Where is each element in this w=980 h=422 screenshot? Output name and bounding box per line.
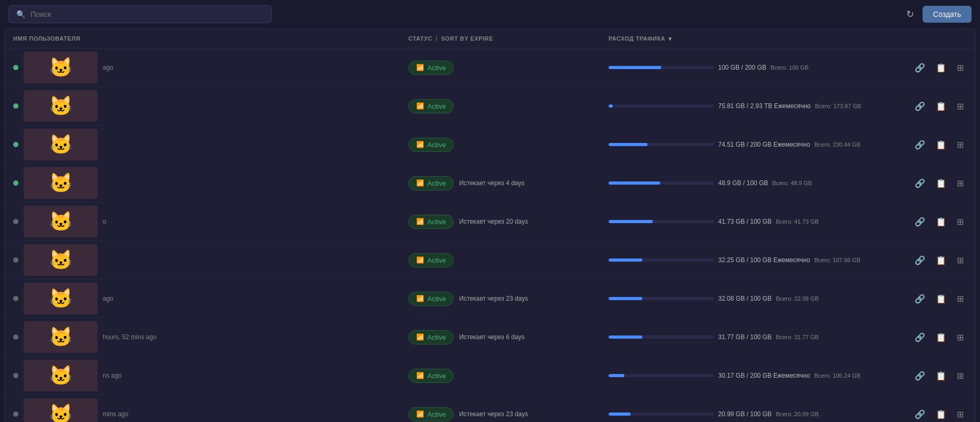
traffic-bar-fill — [609, 66, 661, 69]
link-button[interactable]: 🔗 — [912, 138, 928, 152]
table-body: 🐱 ago 📶 Active 100 GB / 200 GB Всего: 10… — [5, 49, 975, 422]
status-cell: 📶 Active Истекает через 4 days — [408, 176, 609, 190]
user-cell: 🐱 ns ago — [13, 360, 408, 391]
status-text: Active — [427, 333, 446, 341]
create-button[interactable]: Создать — [923, 6, 972, 23]
status-dot — [13, 180, 18, 186]
user-time: о — [103, 218, 106, 225]
status-cell: 📶 Active — [408, 369, 609, 383]
traffic-bar-bg — [609, 297, 714, 300]
actions-cell: 🔗 📋 ⊞ — [912, 330, 967, 344]
avatar-image: 🐱 — [49, 135, 73, 154]
qr-button[interactable]: ⊞ — [954, 407, 967, 421]
wifi-icon: 📶 — [416, 64, 424, 71]
qr-button[interactable]: ⊞ — [954, 215, 967, 229]
traffic-cell: 20.99 GB / 100 GB Всего: 20.99 GB — [609, 410, 905, 418]
copy-button[interactable]: 📋 — [933, 253, 949, 267]
slash-sep: / — [436, 34, 438, 43]
actions-cell: 🔗 📋 ⊞ — [912, 215, 967, 229]
status-dot — [13, 373, 18, 378]
traffic-label: 32.25 GB / 100 GB Ежемесячно — [718, 256, 810, 264]
status-label: СТАТУС — [408, 35, 433, 42]
avatar: 🐱 — [24, 360, 97, 391]
status-text: Active — [427, 141, 446, 149]
wifi-icon: 📶 — [416, 218, 424, 225]
avatar: 🐱 — [24, 90, 97, 122]
traffic-total: Всего: 48.9 GB — [772, 180, 812, 186]
copy-button[interactable]: 📋 — [933, 369, 949, 383]
copy-button[interactable]: 📋 — [933, 407, 949, 421]
copy-button[interactable]: 📋 — [933, 176, 949, 190]
link-button[interactable]: 🔗 — [912, 61, 928, 75]
traffic-bar-wrap: 75.81 GB / 2.93 ТВ Ежемесячно Всего: 173… — [609, 102, 905, 110]
qr-button[interactable]: ⊞ — [954, 99, 967, 113]
copy-button[interactable]: 📋 — [933, 99, 949, 113]
refresh-button[interactable]: ↻ — [903, 5, 917, 23]
qr-button[interactable]: ⊞ — [954, 61, 967, 75]
traffic-cell: 48.9 GB / 100 GB Всего: 48.9 GB — [609, 179, 905, 187]
traffic-cell: 32.25 GB / 100 GB Ежемесячно Всего: 107.… — [609, 256, 905, 264]
copy-button[interactable]: 📋 — [933, 292, 949, 306]
traffic-bar-wrap: 41.73 GB / 100 GB Всего: 41.73 GB — [609, 218, 905, 225]
status-dot — [13, 257, 18, 263]
link-button[interactable]: 🔗 — [912, 407, 928, 421]
copy-button[interactable]: 📋 — [933, 61, 949, 75]
status-badge: 📶 Active — [408, 61, 454, 75]
table-row: 🐱 📶 Active Истекает через 4 days 48.9 GB… — [5, 164, 975, 203]
traffic-bar-fill — [609, 181, 660, 185]
status-text: Active — [427, 102, 446, 110]
avatar-image: 🐱 — [49, 328, 73, 347]
table-row: 🐱 📶 Active 32.25 GB / 100 GB Ежемесячно … — [5, 241, 975, 280]
status-cell: 📶 Active Истекает через 20 days — [408, 215, 609, 229]
copy-button[interactable]: 📋 — [933, 138, 949, 152]
traffic-bar-wrap: 32.08 GB / 100 GB Всего: 32.08 GB — [609, 295, 905, 302]
qr-button[interactable]: ⊞ — [954, 330, 967, 344]
link-button[interactable]: 🔗 — [912, 215, 928, 229]
status-dot — [13, 411, 18, 417]
search-input[interactable] — [31, 10, 264, 18]
avatar-image: 🐱 — [49, 405, 73, 422]
copy-button[interactable]: 📋 — [933, 215, 949, 229]
sort-by-expire-label[interactable]: SORT BY EXPIRE — [441, 35, 493, 42]
qr-button[interactable]: ⊞ — [954, 176, 967, 190]
qr-button[interactable]: ⊞ — [954, 369, 967, 383]
user-cell: 🐱 ago — [13, 283, 408, 314]
avatar-image: 🐱 — [49, 212, 73, 231]
qr-button[interactable]: ⊞ — [954, 138, 967, 152]
table-row: 🐱 📶 Active 74.51 GB / 200 GB Ежемесячно … — [5, 126, 975, 164]
link-button[interactable]: 🔗 — [912, 253, 928, 267]
actions-cell: 🔗 📋 ⊞ — [912, 138, 967, 152]
traffic-bar-bg — [609, 66, 714, 69]
qr-button[interactable]: ⊞ — [954, 292, 967, 306]
user-cell: 🐱 — [13, 129, 408, 160]
status-dot — [13, 142, 18, 147]
avatar: 🐱 — [24, 244, 97, 276]
status-text: Active — [427, 256, 446, 264]
link-button[interactable]: 🔗 — [912, 292, 928, 306]
traffic-bar-fill — [609, 413, 631, 416]
link-button[interactable]: 🔗 — [912, 99, 928, 113]
link-button[interactable]: 🔗 — [912, 369, 928, 383]
copy-button[interactable]: 📋 — [933, 330, 949, 344]
traffic-label: 30.17 GB / 200 GB Ежемесячно — [718, 372, 810, 379]
col-traffic-header[interactable]: РАСХОД ТРАФИКА ▼ — [609, 35, 967, 42]
link-button[interactable]: 🔗 — [912, 176, 928, 190]
actions-cell: 🔗 📋 ⊞ — [912, 369, 967, 383]
status-text: Active — [427, 372, 446, 380]
status-badge: 📶 Active — [408, 369, 454, 383]
expire-text: Истекает через 20 days — [459, 218, 528, 225]
status-dot — [13, 219, 18, 224]
traffic-cell: 31.77 GB / 100 GB Всего: 31.77 GB — [609, 333, 905, 341]
user-cell: 🐱 — [13, 90, 408, 122]
avatar-image: 🐱 — [49, 174, 73, 193]
actions-cell: 🔗 📋 ⊞ — [912, 253, 967, 267]
avatar: 🐱 — [24, 52, 97, 83]
actions-cell: 🔗 📋 ⊞ — [912, 99, 967, 113]
table-container: ИМЯ ПОЛЬЗОВАТЕЛЯ СТАТУС / SORT BY EXPIRE… — [4, 28, 976, 422]
table-row: 🐱 mins ago 📶 Active Истекает через 23 da… — [5, 395, 975, 422]
traffic-bar-fill — [609, 220, 653, 223]
qr-button[interactable]: ⊞ — [954, 253, 967, 267]
status-badge: 📶 Active — [408, 176, 454, 190]
traffic-label: 75.81 GB / 2.93 ТВ Ежемесячно — [718, 102, 811, 110]
link-button[interactable]: 🔗 — [912, 330, 928, 344]
